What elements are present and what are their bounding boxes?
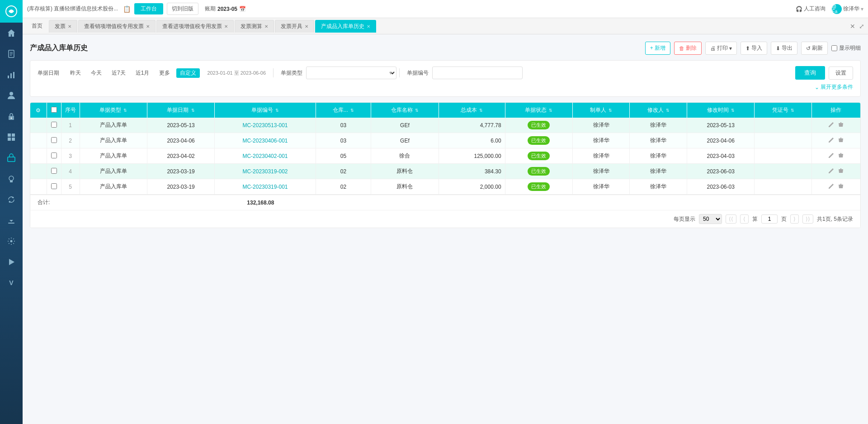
sidebar-item-chart[interactable] [0, 64, 23, 85]
expand-filter-button[interactable]: ⌄ 展开更多条件 [815, 83, 853, 91]
sidebar-item-inventory[interactable] [0, 148, 23, 168]
shortcut-more[interactable]: 更多 [156, 68, 174, 78]
th-date[interactable]: 单据日期 ⇅ [147, 103, 214, 118]
show-detail-input[interactable] [831, 45, 837, 51]
page-size-select[interactable]: 50 100 [699, 214, 722, 224]
row-checkbox-cell[interactable] [47, 179, 61, 195]
tab-close-all[interactable]: ✕ [850, 23, 855, 30]
row-number[interactable]: MC-20230402-001 [215, 148, 316, 164]
tab-invoice[interactable]: 发票 ✕ [49, 20, 77, 33]
new-button[interactable]: + 新增 [645, 42, 670, 55]
row-checkbox-cell[interactable] [47, 148, 61, 164]
switch-version-button[interactable]: 切到旧版 [167, 3, 198, 15]
shortcut-yesterday[interactable]: 昨天 [66, 68, 85, 78]
delete-button[interactable]: 🗑 删除 [674, 42, 702, 55]
th-cost[interactable]: 总成本 ⇅ [439, 103, 505, 118]
sidebar-item-settings[interactable] [0, 231, 23, 252]
edit-icon[interactable] [828, 168, 836, 175]
sidebar-item-grid[interactable] [0, 127, 23, 148]
delete-row-icon[interactable] [838, 183, 844, 191]
row-number[interactable]: MC-20230513-001 [215, 118, 316, 133]
delete-row-icon[interactable] [838, 168, 844, 175]
tab-calc-close[interactable]: ✕ [264, 24, 268, 29]
row-checkbox[interactable] [51, 122, 57, 128]
sidebar-item-download[interactable] [0, 210, 23, 231]
calendar-icon[interactable]: 📅 [239, 6, 246, 12]
shortcut-1month[interactable]: 近1月 [132, 68, 153, 78]
shortcut-today[interactable]: 今天 [87, 68, 105, 78]
edit-icon[interactable] [828, 122, 836, 129]
sidebar-item-doc[interactable] [0, 43, 23, 64]
row-number[interactable]: MC-20230406-001 [215, 133, 316, 148]
delete-row-icon[interactable] [838, 152, 844, 160]
row-checkbox-cell[interactable] [47, 164, 61, 179]
edit-icon[interactable] [828, 183, 836, 191]
workbench-button[interactable]: 工作台 [134, 3, 163, 14]
row-checkbox-cell[interactable] [47, 133, 61, 148]
th-wh-code[interactable]: 仓库... ⇅ [316, 103, 371, 118]
print-button[interactable]: 🖨 打印 ▾ [705, 42, 737, 55]
th-wh-name[interactable]: 仓库名称 ⇅ [371, 103, 439, 118]
row-checkbox[interactable] [51, 183, 57, 189]
tab-invoice-close[interactable]: ✕ [68, 24, 71, 29]
select-all-checkbox[interactable] [51, 107, 57, 113]
company-name[interactable]: (库存核算) 直播轻绑通信息技术股份... ▾ [27, 5, 118, 13]
tab-check-output[interactable]: 查看销项增值税专用发票 ✕ [78, 20, 156, 33]
help-button[interactable]: 🎧 人工咨询 [796, 5, 826, 13]
column-settings-icon[interactable]: ⚙ [36, 107, 41, 114]
filter-setting-button[interactable]: 设置 [829, 67, 853, 80]
export-button[interactable]: ⬇ 导出 [771, 42, 797, 55]
row-checkbox-cell[interactable] [47, 118, 61, 133]
sidebar-item-home[interactable] [0, 23, 23, 43]
prev-page-button[interactable]: ⟨ [740, 214, 749, 224]
th-settings[interactable]: ⚙ [30, 103, 47, 118]
tab-check-input-close[interactable]: ✕ [224, 24, 228, 29]
th-modify-time[interactable]: 修改时间 ⇅ [687, 103, 754, 118]
th-creator[interactable]: 制单人 ⇅ [572, 103, 630, 118]
sidebar-item-play[interactable] [0, 252, 23, 272]
shortcut-7days[interactable]: 近7天 [108, 68, 129, 78]
user-menu[interactable]: @ Ea 徐泽华 ▾ [832, 4, 863, 14]
first-page-button[interactable]: ⟨⟨ [726, 214, 736, 224]
refresh-button[interactable]: ↺ 刷新 [801, 42, 828, 55]
type-filter-select[interactable] [306, 67, 396, 79]
shortcut-custom[interactable]: 自定义 [176, 68, 200, 78]
sidebar-item-v[interactable]: V [0, 272, 23, 293]
tab-history-close[interactable]: ✕ [367, 24, 370, 29]
th-number[interactable]: 单据编号 ⇅ [215, 103, 316, 118]
app-logo[interactable] [0, 0, 23, 23]
edit-icon[interactable] [828, 152, 836, 160]
tab-check-input[interactable]: 查看进项增值税专用发票 ✕ [156, 20, 234, 33]
number-filter-input[interactable] [432, 67, 523, 79]
row-checkbox[interactable] [51, 168, 57, 174]
row-number[interactable]: MC-20230319-001 [215, 179, 316, 195]
row-checkbox[interactable] [51, 152, 57, 158]
tab-maximize[interactable]: ⤢ [859, 23, 864, 30]
row-checkbox[interactable] [51, 137, 57, 143]
query-button[interactable]: 查询 [795, 66, 825, 80]
tab-home[interactable]: 首页 [26, 20, 48, 33]
th-status[interactable]: 单据状态 ⇅ [505, 103, 572, 118]
sidebar-item-stamp[interactable] [0, 168, 23, 189]
delete-row-icon[interactable] [838, 137, 844, 144]
edit-icon[interactable] [828, 137, 836, 144]
sidebar-item-refresh[interactable] [0, 189, 23, 210]
sidebar-item-person[interactable] [0, 85, 23, 106]
tab-calc[interactable]: 发票测算 ✕ [235, 20, 274, 33]
import-button[interactable]: ⬆ 导入 [741, 42, 767, 55]
print-dropdown-icon[interactable]: ▾ [729, 45, 732, 52]
sidebar-item-lock[interactable] [0, 106, 23, 127]
delete-row-icon[interactable] [838, 122, 844, 129]
tab-open-close[interactable]: ✕ [305, 24, 308, 29]
next-page-button[interactable]: ⟩ [790, 214, 799, 224]
tab-check-output-close[interactable]: ✕ [146, 24, 150, 29]
th-type[interactable]: 单据类型 ⇅ [80, 103, 147, 118]
show-detail-checkbox[interactable]: 显示明细 [831, 44, 861, 52]
th-voucher[interactable]: 凭证号 ⇅ [755, 103, 812, 118]
th-checkbox[interactable] [47, 103, 61, 118]
tab-history[interactable]: 产成品入库单历史 ✕ [315, 20, 376, 33]
th-modifier[interactable]: 修改人 ⇅ [630, 103, 687, 118]
last-page-button[interactable]: ⟩⟩ [802, 214, 813, 224]
row-number[interactable]: MC-20230319-002 [215, 164, 316, 179]
tab-open[interactable]: 发票开具 ✕ [275, 20, 314, 33]
